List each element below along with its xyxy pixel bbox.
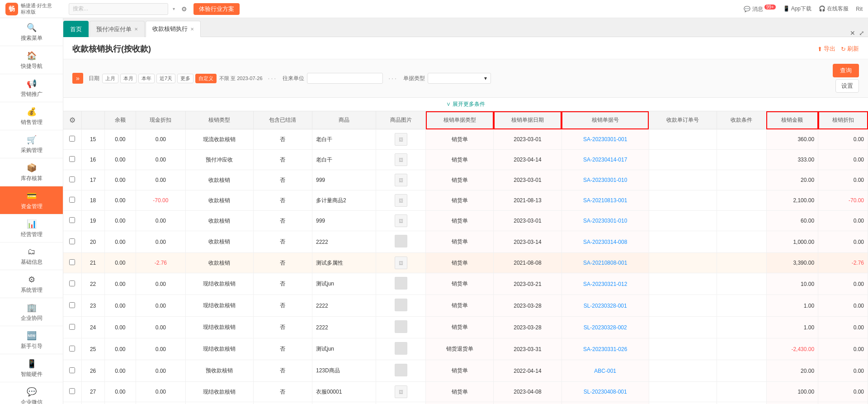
row-checkbox[interactable] — [69, 197, 75, 203]
td-writeoff-no[interactable]: SL-20230408-001 — [561, 382, 649, 402]
sidebar-item-purchase[interactable]: 🛒 采购管理 — [0, 130, 63, 158]
app-download-link[interactable]: 📱 App下载 — [783, 5, 811, 13]
sidebar-item-inventory[interactable]: 📦 库存核算 — [0, 158, 63, 186]
tab-prepaid[interactable]: 预付冲应付单 ✕ — [90, 21, 145, 37]
td-writeoff-no[interactable]: SA-20210808-001 — [561, 253, 649, 273]
date-btn-more[interactable]: 更多 — [177, 74, 193, 83]
tab-prepaid-close-icon[interactable]: ✕ — [134, 27, 138, 32]
sidebar-item-guide[interactable]: 🆕 新手引导 — [0, 326, 63, 354]
tab-collection-close-icon[interactable]: ✕ — [190, 27, 194, 32]
sidebar-item-search-menu[interactable]: 🔍 搜索菜单 — [0, 18, 63, 46]
settings-icon[interactable]: ⚙ — [181, 5, 187, 13]
date-btn-this-year[interactable]: 本年 — [138, 74, 155, 83]
date-btn-this-month[interactable]: 本月 — [120, 74, 137, 83]
td-cash-discount: 0.00 — [136, 273, 185, 295]
sidebar-item-hardware[interactable]: 📱 智能硬件 — [0, 354, 63, 382]
row-checkbox[interactable] — [69, 156, 75, 162]
td-product-img — [376, 338, 426, 360]
sidebar-item-system[interactable]: ⚙ 系统管理 — [0, 270, 63, 298]
td-writeoff-no[interactable]: SA-20230301-010 — [561, 170, 649, 190]
td-checkbox[interactable] — [63, 273, 81, 295]
tab-collection[interactable]: 收款核销执行 ✕ — [146, 21, 201, 37]
row-checkbox[interactable] — [69, 302, 75, 308]
td-checkbox[interactable] — [63, 295, 81, 317]
td-checkbox[interactable] — [63, 231, 81, 253]
td-checkbox[interactable] — [63, 190, 81, 211]
sidebar-item-quick-nav[interactable]: 🏠 快捷导航 — [0, 46, 63, 74]
date-btn-custom[interactable]: 自定义 — [195, 74, 217, 83]
th-settings[interactable]: ⚙ — [63, 111, 81, 129]
tab-expand-btn[interactable]: ⤢ — [859, 29, 864, 37]
query-button[interactable]: 查询 — [833, 64, 859, 77]
td-writeoff-no[interactable]: SL-20230328-002 — [561, 317, 649, 338]
td-seq: 28 — [81, 402, 104, 404]
td-writeoff-no[interactable]: ABC-001 — [561, 360, 649, 382]
tab-home[interactable]: 首页 — [63, 21, 89, 37]
td-checkbox[interactable] — [63, 150, 81, 170]
notification-link[interactable]: 💬 消息 99+ — [744, 5, 776, 13]
date-btn-7days[interactable]: 近7天 — [156, 74, 175, 83]
td-writeoff-no[interactable]: SA-20210813-001 — [561, 190, 649, 211]
online-service-link[interactable]: 🎧 在线客服 — [819, 5, 849, 13]
expand-more-bar[interactable]: ∨ 展开更多条件 — [63, 98, 868, 111]
td-checkbox[interactable] — [63, 211, 81, 231]
sidebar-item-marketing[interactable]: 📢 营销推广 — [0, 74, 63, 102]
sidebar: 🔍 搜索菜单 🏠 快捷导航 📢 营销推广 💰 销售管理 🛒 采购管理 📦 库存核… — [0, 18, 63, 404]
date-btn-last-month[interactable]: 上月 — [102, 74, 118, 83]
sidebar-item-base-info[interactable]: 🗂 基础信息 — [0, 242, 63, 270]
td-writeoff-no[interactable]: SA-20230321-012 — [561, 273, 649, 295]
inventory-icon: 📦 — [27, 163, 37, 173]
row-checkbox[interactable] — [69, 346, 75, 352]
product-image: 🖼 — [395, 194, 407, 207]
row-checkbox[interactable] — [69, 238, 75, 244]
app-download-label: App下载 — [791, 5, 811, 12]
row-checkbox[interactable] — [69, 217, 75, 223]
sidebar-item-wechat[interactable]: 💬 企业微信 — [0, 382, 63, 404]
industry-btn[interactable]: 体验行业方案 — [193, 3, 240, 15]
product-image — [395, 320, 407, 333]
refresh-btn[interactable]: ↻ 刷新 — [841, 45, 859, 53]
tab-close-all-btn[interactable]: ✕ — [850, 29, 855, 37]
sidebar-item-operations[interactable]: 📊 经营管理 — [0, 214, 63, 242]
row-checkbox[interactable] — [69, 388, 75, 394]
td-writeoff-no[interactable]: SL-20230418-001 — [561, 402, 649, 404]
td-checkbox[interactable] — [63, 129, 81, 150]
td-checkbox[interactable] — [63, 338, 81, 360]
dropdown-chevron-icon[interactable]: ▾ — [173, 6, 175, 11]
sidebar-item-sales[interactable]: 💰 销售管理 — [0, 102, 63, 130]
td-checkbox[interactable] — [63, 402, 81, 404]
td-is-settled: 否 — [253, 231, 312, 253]
td-checkbox[interactable] — [63, 317, 81, 338]
user-label[interactable]: Rit — [856, 6, 863, 12]
td-writeoff-no[interactable]: SA-20230331-026 — [561, 338, 649, 360]
td-checkbox[interactable] — [63, 170, 81, 190]
row-checkbox[interactable] — [69, 136, 75, 142]
td-checkbox[interactable] — [63, 382, 81, 402]
td-checkbox[interactable] — [63, 360, 81, 382]
td-product: 老白干 — [312, 129, 376, 150]
row-checkbox[interactable] — [69, 280, 75, 286]
td-writeoff-no[interactable]: SA-20230314-008 — [561, 231, 649, 253]
row-checkbox[interactable] — [69, 176, 75, 182]
td-writeoff-no[interactable]: SL-20230328-001 — [561, 295, 649, 317]
td-writeoff-voucher-type: 销货单 — [426, 402, 494, 404]
td-writeoff-no[interactable]: SA-20230414-017 — [561, 150, 649, 170]
td-product: 999 — [312, 211, 376, 231]
td-balance: 0.00 — [104, 253, 136, 273]
table-settings-icon[interactable]: ⚙ — [69, 116, 75, 124]
td-writeoff-no[interactable]: SA-20230301-010 — [561, 211, 649, 231]
sidebar-item-enterprise[interactable]: 🏢 企业协同 — [0, 298, 63, 326]
row-checkbox[interactable] — [69, 367, 75, 373]
td-is-settled: 否 — [253, 402, 312, 404]
export-btn[interactable]: ⬆ 导出 — [817, 45, 835, 53]
td-writeoff-no[interactable]: SA-20230301-001 — [561, 129, 649, 150]
voucher-type-select[interactable]: ▾ — [428, 73, 491, 84]
setting-button[interactable]: 设置 — [835, 79, 859, 93]
filter-toggle-btn[interactable]: » — [72, 73, 83, 84]
td-checkbox[interactable] — [63, 253, 81, 273]
row-checkbox[interactable] — [69, 324, 75, 330]
row-checkbox[interactable] — [69, 259, 75, 265]
marketing-icon: 📢 — [27, 79, 37, 89]
sidebar-item-finance[interactable]: 💳 资金管理 — [0, 186, 63, 214]
partner-input[interactable] — [307, 73, 383, 84]
